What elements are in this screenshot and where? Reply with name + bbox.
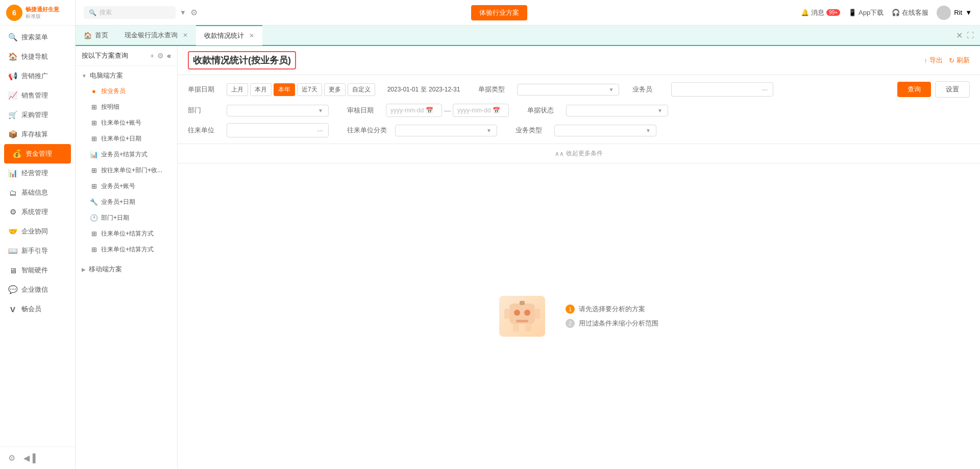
customer-service-item[interactable]: 🎧 在线客服 [892, 8, 928, 17]
topbar-gear-icon[interactable]: ⚙ [190, 8, 198, 17]
topbar-search-box[interactable]: 🔍 搜索 [84, 6, 176, 19]
tab-bank-flow[interactable]: 现金银行流水查询 ✕ [116, 25, 196, 45]
tabbar-close-icon[interactable]: ✕ [956, 31, 963, 40]
last7days-btn[interactable]: 近7天 [297, 83, 322, 96]
business-type-select[interactable]: ▼ [554, 125, 656, 136]
tabbar: 🏠 首页 现金银行流水查询 ✕ 收款情况统计 ✕ ✕ ⛶ [76, 26, 980, 46]
scheme-item-staff-settle[interactable]: 📊 业务员+结算方式 [76, 147, 177, 162]
sidebar-item-purchase[interactable]: 🛒 采购管理 [0, 105, 75, 125]
tabbar-expand-icon[interactable]: ⛶ [967, 31, 974, 39]
refresh-action[interactable]: ↻ 刷新 [949, 56, 970, 65]
sidebar-item-wechat[interactable]: 💬 企业微信 [0, 280, 75, 299]
mobile-scheme-group-header[interactable]: ▶ 移动端方案 [76, 262, 177, 277]
tab-collection-stats-close[interactable]: ✕ [249, 32, 254, 39]
scheme-item-partner-account[interactable]: ⊞ 往来单位+账号 [76, 115, 177, 131]
scheme-item-by-detail[interactable]: ⊞ 按明细 [76, 99, 177, 115]
doc-type-select[interactable]: ▼ [517, 84, 619, 96]
sidebar-item-inventory[interactable]: 📦 库存核算 [0, 125, 75, 144]
sidebar-nav: 🔍 搜索菜单 🏠 快捷导航 📢 营销推广 📈 销售管理 🛒 采购管理 📦 库存核… [0, 26, 75, 447]
filter-row-1: 单据日期 上月 本月 本年 近7天 更多 自定义 2023-01-01 至 20… [188, 81, 970, 98]
hardware-nav-icon: 🖥 [8, 266, 17, 275]
search-nav-icon: 🔍 [8, 33, 17, 42]
tab-home[interactable]: 🏠 首页 [76, 25, 116, 45]
settings-btn[interactable]: 设置 [935, 81, 970, 98]
audit-date-start[interactable]: yyyy-mm-dd 📅 [386, 104, 442, 117]
right-panel: 收款情况统计(按业务员) ↑ 导出 ↻ 刷新 单据日期 [178, 46, 980, 469]
vip-nav-icon: V [8, 304, 17, 314]
more-btn[interactable]: 更多 [324, 83, 346, 96]
sidebar-collapse-icon[interactable]: ◀▐ [23, 453, 35, 463]
collapse-bar: ∧∧ 收起更多条件 [178, 144, 980, 163]
scheme-item-staff-account[interactable]: ⊞ 业务员+账号 [76, 178, 177, 194]
home-tab-icon: 🏠 [84, 32, 92, 39]
staff-dots-icon[interactable]: ··· [762, 85, 768, 93]
sidebar-item-operation[interactable]: 📊 经营管理 [0, 163, 75, 183]
sidebar-item-search[interactable]: 🔍 搜索菜单 [0, 28, 75, 47]
svg-rect-5 [504, 309, 509, 319]
collapse-more-btn[interactable]: ∧∧ 收起更多条件 [555, 149, 603, 158]
empty-step-1: 1 请先选择要分析的方案 [566, 304, 658, 314]
last-month-btn[interactable]: 上月 [227, 83, 248, 96]
audit-date-end[interactable]: yyyy-mm-dd 📅 [453, 104, 509, 117]
doc-status-arrow-icon: ▼ [657, 108, 663, 113]
sidebar-settings-icon[interactable]: ⚙ [8, 453, 15, 463]
empty-steps: 1 请先选择要分析的方案 2 用过滤条件来缩小分析范围 [566, 304, 658, 328]
scheme-item-staff-account-icon: ⊞ [90, 182, 98, 190]
partner-select[interactable]: ··· [227, 123, 329, 137]
partner-category-select[interactable]: ▼ [395, 125, 497, 136]
sidebar: 6 畅捷通好生意 标准版 🔍 搜索菜单 🏠 快捷导航 📢 营销推广 📈 销售管理… [0, 0, 76, 469]
this-month-btn[interactable]: 本月 [250, 83, 272, 96]
scheme-item-partner-settle1[interactable]: ⊞ 往来单位+结算方式 [76, 226, 177, 242]
export-action[interactable]: ↑ 导出 [924, 56, 943, 65]
scheme-item-staff-date[interactable]: 🔧 业务员+日期 [76, 194, 177, 210]
svg-point-2 [524, 310, 530, 316]
partner-dots-icon[interactable]: ··· [317, 126, 323, 134]
sidebar-item-system[interactable]: ⚙ 系统管理 [0, 202, 75, 222]
this-year-btn[interactable]: 本年 [274, 83, 295, 96]
scheme-item-dept-date[interactable]: 🕐 部门+日期 [76, 210, 177, 226]
tab-bank-flow-close[interactable]: ✕ [183, 32, 188, 39]
tab-collection-stats[interactable]: 收款情况统计 ✕ [196, 25, 262, 45]
dept-arrow-icon: ▼ [318, 108, 323, 113]
sidebar-item-basic[interactable]: 🗂 基础信息 [0, 183, 75, 202]
dept-select[interactable]: ▼ [227, 105, 329, 116]
sidebar-item-vip[interactable]: V 畅会员 [0, 299, 75, 319]
query-btn[interactable]: 查询 [897, 82, 931, 97]
desktop-scheme-group: ▼ 电脑端方案 ● 按业务员 ⊞ 按明细 ⊞ 往来单位+账号 ⊞ 往来单位 [76, 66, 177, 260]
empty-state-content: 1 请先选择要分析的方案 2 用过滤条件来缩小分析范围 [499, 296, 658, 337]
sidebar-item-finance[interactable]: 💰 资金管理 [4, 144, 71, 163]
topbar-arrow-icon[interactable]: ▼ [180, 9, 186, 16]
sidebar-item-marketing[interactable]: 📢 营销推广 [0, 66, 75, 86]
user-dropdown-icon: ▼ [965, 9, 972, 16]
svg-rect-7 [513, 324, 519, 332]
trial-btn[interactable]: 体验行业方案 [471, 5, 527, 20]
sidebar-item-sales[interactable]: 📈 销售管理 [0, 86, 75, 105]
notification-item[interactable]: 🔔 消息 99+ [801, 8, 840, 17]
desktop-scheme-group-header[interactable]: ▼ 电脑端方案 [76, 68, 177, 83]
logo-icon: 6 [6, 5, 22, 21]
add-scheme-icon[interactable]: + [150, 52, 154, 60]
sidebar-item-guide[interactable]: 📖 新手引导 [0, 241, 75, 261]
user-area[interactable]: Rit ▼ [937, 6, 972, 20]
app-download-item[interactable]: 📱 App下载 [848, 8, 884, 17]
custom-btn[interactable]: 自定义 [348, 83, 375, 96]
doc-status-select[interactable]: ▼ [566, 105, 668, 116]
empty-state-area: 1 请先选择要分析的方案 2 用过滤条件来缩小分析范围 [178, 163, 980, 469]
scheme-item-staff-date-icon: 🔧 [90, 198, 98, 206]
scheme-item-by-staff[interactable]: ● 按业务员 [76, 83, 177, 99]
sidebar-item-enterprise[interactable]: 🤝 企业协同 [0, 222, 75, 241]
sidebar-item-hardware[interactable]: 🖥 智能硬件 [0, 261, 75, 280]
sidebar-item-quick-nav[interactable]: 🏠 快捷导航 [0, 47, 75, 66]
scheme-item-partner-date[interactable]: ⊞ 往来单位+日期 [76, 131, 177, 147]
collapse-panel-icon[interactable]: « [167, 52, 171, 60]
scheme-item-partner-settle2[interactable]: ⊞ 往来单位+结算方式 [76, 242, 177, 257]
scheme-item-dept-date-icon: 🕐 [90, 214, 98, 222]
staff-select[interactable]: ··· [671, 82, 773, 97]
scheme-item-partner-dept-collect[interactable]: ⊞ 按往来单位+部门+收... [76, 162, 177, 178]
topbar-search-icon: 🔍 [89, 9, 96, 16]
page-header-actions: ↑ 导出 ↻ 刷新 [924, 56, 970, 65]
svg-rect-3 [516, 320, 528, 322]
page-title: 收款情况统计(按业务员) [188, 51, 296, 69]
audit-date-range: yyyy-mm-dd 📅 — yyyy-mm-dd 📅 [386, 104, 509, 117]
scheme-settings-icon[interactable]: ⚙ [157, 52, 164, 60]
